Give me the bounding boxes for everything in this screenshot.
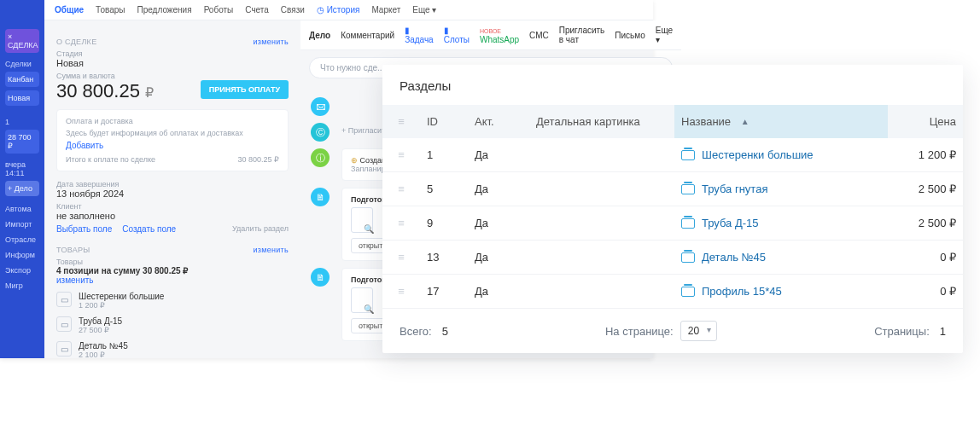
sidebar-inform[interactable]: Информ — [5, 251, 39, 259]
table-row[interactable]: ≡ 9 Да Труба Д-15 2 500 ₽ — [382, 206, 963, 241]
header-active[interactable]: Акт. — [468, 105, 529, 138]
sidebar-sum-chip[interactable]: 28 700 ₽ — [5, 130, 39, 154]
drag-handle-icon[interactable]: ≡ — [382, 138, 420, 171]
sidebar-export[interactable]: Экспор — [5, 266, 39, 275]
top-tab-general[interactable]: Общие — [55, 5, 84, 14]
sidebar-migr[interactable]: Мигр — [5, 281, 39, 290]
goods-item: ▭ Шестеренки большие1 200 ₽ — [56, 292, 289, 310]
cell-active: Да — [468, 206, 529, 240]
timeline-dot-icon: 🗎 — [311, 188, 330, 206]
drag-handle-icon[interactable]: ≡ — [382, 206, 420, 240]
top-tab-market[interactable]: Маркет — [371, 5, 400, 14]
top-tab-robots[interactable]: Роботы — [204, 5, 234, 14]
goods-summary: 4 позиции на сумму 30 800.25 ₽ — [56, 266, 289, 275]
sidebar-new[interactable]: Новая — [5, 90, 39, 106]
goods-item-price: 27 500 ₽ — [79, 326, 122, 334]
footer-perpage-label: На странице: — [605, 325, 674, 338]
cell-price: 2 500 ₽ — [888, 206, 963, 240]
total-value: 30 800.25 ₽ — [237, 155, 279, 164]
top-tab-goods[interactable]: Товары — [96, 5, 125, 14]
table-footer: Всего: 5 На странице: 20 Страницы: 1 — [382, 308, 963, 353]
sections-title: Разделы — [382, 65, 963, 105]
delete-section[interactable]: Удалить раздел — [232, 224, 289, 234]
cell-name[interactable]: Деталь №45 — [674, 241, 888, 274]
cell-detail-image — [529, 206, 674, 240]
sidebar-kanban[interactable]: Канбан — [5, 72, 39, 87]
timeline-invite-label[interactable]: + Пригласит — [341, 123, 385, 135]
timeline-dot-icon: 🗎 — [311, 268, 330, 287]
about-deal-change[interactable]: изменить — [253, 38, 289, 46]
top-tab-links[interactable]: Связи — [281, 5, 305, 14]
cell-detail-image — [529, 172, 674, 206]
goods-item-name: Шестеренки большие — [79, 292, 164, 301]
sort-asc-icon: ▲ — [741, 117, 750, 126]
table-row[interactable]: ≡ 5 Да Труба гнутая 2 500 ₽ — [382, 172, 963, 206]
activity-tab-sms[interactable]: СМС — [529, 31, 549, 40]
cell-name[interactable]: Профиль 15*45 — [674, 275, 888, 308]
cell-name[interactable]: Труба Д-15 — [674, 206, 888, 240]
product-icon — [681, 150, 695, 160]
select-field[interactable]: Выбрать поле — [56, 224, 112, 234]
activity-tab-invite[interactable]: Пригласить в чат — [559, 26, 605, 44]
top-tab-history[interactable]: ◷ История — [317, 5, 360, 14]
top-tab-offers[interactable]: Предложения — [137, 5, 192, 14]
goods-item-icon: ▭ — [56, 341, 72, 357]
timeline-dot-icon: Ⓒ — [311, 123, 330, 142]
sections-table: ≡ ID Акт. Детальная картинка Название ▲ … — [382, 105, 963, 308]
table-row[interactable]: ≡ 1 Да Шестеренки большие 1 200 ₽ — [382, 138, 963, 172]
deal-chip[interactable]: × СДЕЛКА — [5, 29, 39, 53]
cell-price: 2 500 ₽ — [888, 172, 963, 206]
activity-tab-task[interactable]: ▮ Задача — [405, 26, 434, 44]
cell-detail-image — [529, 138, 674, 171]
sidebar-plus-deal[interactable]: + Дело — [5, 181, 39, 196]
paydeliv-add[interactable]: Добавить — [66, 141, 279, 150]
drag-handle-icon[interactable]: ≡ — [382, 275, 420, 308]
drag-handle-icon[interactable]: ≡ — [382, 241, 420, 274]
activity-tab-whatsapp[interactable]: НОВОЕ WhatsApp — [480, 26, 519, 44]
cell-name[interactable]: Шестеренки большие — [674, 138, 888, 171]
product-icon — [681, 252, 695, 263]
sidebar-branches[interactable]: Отрасле — [5, 235, 39, 244]
activity-tab-more[interactable]: Еще ▾ — [656, 26, 673, 44]
goods-item-icon: ▭ — [56, 316, 72, 332]
sidebar-deals-label: Сделки — [5, 60, 39, 68]
top-tab-invoices[interactable]: Счета — [245, 5, 269, 14]
date-end-value: 13 ноября 2024 — [56, 188, 289, 199]
table-header-row: ≡ ID Акт. Детальная картинка Название ▲ … — [382, 105, 963, 138]
cell-id: 5 — [420, 172, 468, 206]
header-name-sorted[interactable]: Название ▲ — [674, 105, 888, 138]
create-field[interactable]: Создать поле — [122, 224, 176, 234]
table-row[interactable]: ≡ 17 Да Профиль 15*45 0 ₽ — [382, 275, 963, 308]
date-end-label: Дата завершения — [56, 180, 289, 188]
activity-tab-comment[interactable]: Комментарий — [341, 31, 394, 40]
header-id[interactable]: ID — [420, 105, 468, 138]
sum-label: Сумма и валюта — [56, 72, 289, 80]
crm-left-sidebar: × СДЕЛКА Сделки Канбан Новая 1 28 700 ₽ … — [0, 0, 44, 358]
activity-tab-case[interactable]: Дело — [309, 31, 330, 40]
header-price[interactable]: Цена — [888, 105, 963, 138]
goods-change[interactable]: изменить — [253, 246, 289, 254]
perpage-select[interactable]: 20 — [680, 321, 717, 341]
activity-tab-letter[interactable]: Письмо — [615, 31, 645, 40]
crm-top-tabs: Общие Товары Предложения Роботы Счета Св… — [44, 0, 653, 20]
top-tab-more[interactable]: Еще ▾ — [412, 5, 436, 14]
goods-item-price: 2 100 ₽ — [79, 351, 128, 359]
sidebar-auto[interactable]: Автома — [5, 205, 39, 213]
header-detail-image[interactable]: Детальная картинка — [529, 105, 674, 138]
cell-active: Да — [468, 172, 529, 206]
document-preview-icon — [351, 287, 373, 313]
about-deal-title: О СДЕЛКЕ изменить — [56, 38, 289, 46]
cell-name[interactable]: Труба гнутая — [674, 172, 888, 206]
footer-pages-value: 1 — [940, 325, 946, 338]
stage-value: Новая — [56, 58, 289, 68]
timeline-dot-icon: ⓘ — [311, 148, 330, 167]
product-icon — [681, 218, 695, 229]
timeline-dot-icon: 🖂 — [311, 97, 330, 116]
activity-tab-slots[interactable]: ▮ Слоты — [444, 26, 470, 44]
goods-change-link[interactable]: изменить — [56, 275, 289, 285]
activity-tabs: Дело Комментарий ▮ Задача ▮ Слоты НОВОЕ … — [300, 20, 681, 50]
sidebar-import[interactable]: Импорт — [5, 220, 39, 229]
drag-handle-icon[interactable]: ≡ — [382, 172, 420, 206]
table-row[interactable]: ≡ 13 Да Деталь №45 0 ₽ — [382, 241, 963, 275]
accept-payment-button[interactable]: ПРИНЯТЬ ОПЛАТУ — [201, 80, 289, 99]
